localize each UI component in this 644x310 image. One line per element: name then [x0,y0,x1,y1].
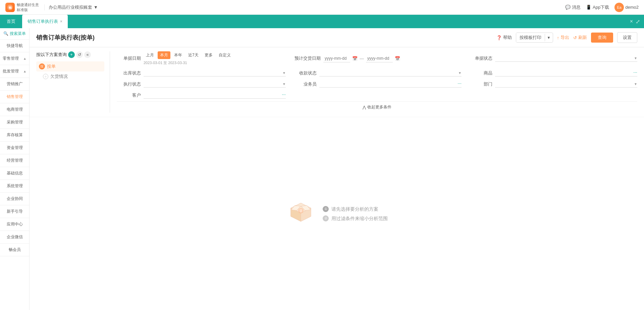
refresh-icon: ↺ [573,35,577,40]
sidebar-item-retail[interactable]: 零售管理 ▲ [0,52,29,65]
export-icon: ↑ [557,35,559,40]
sidebar-item-wholesale[interactable]: 批发管理 ▲ [0,65,29,78]
sidebar-item-basics[interactable]: 基础信息 [0,167,29,180]
maximize-icon[interactable]: ⤢ [636,18,640,25]
filter-icons: + ↺ « [68,51,91,58]
filter-row-salesperson: 业务员 ··· [292,81,462,88]
dept-select[interactable]: ▼ [495,81,637,88]
help-btn[interactable]: ❓ 帮助 [496,35,512,41]
date-btn-this-year[interactable]: 本年 [172,51,184,59]
receive-status-select[interactable]: ▼ [319,70,462,76]
sidebar-item-newuser[interactable]: 新手引导 [0,205,29,218]
salesperson-selector-btn[interactable]: ··· [458,81,462,86]
sidebar-item-purchase[interactable]: 采购管理 [0,116,29,129]
filter-row-date: 单据日期 上月 本月 本年 近7天 更多 自定义 2023-03-01 至 20… [117,51,286,65]
product-selector-btn[interactable]: ··· [633,69,637,75]
filter-row-expected-date: 预计交货日期 📅 — 📅 [292,51,462,65]
date-btn-this-month[interactable]: 本月 [158,51,170,59]
filter-right: 单据日期 上月 本月 本年 近7天 更多 自定义 2023-03-01 至 20… [110,51,637,113]
filter-row-out-status: 出库状态 ▼ [117,69,286,76]
out-status-dropdown-icon: ▼ [282,71,286,75]
out-status-label: 出库状态 [117,70,141,76]
logo-text: 畅捷通好生意 标准版 [17,2,39,12]
close-window-icon[interactable]: × [630,18,633,24]
sidebar-search[interactable]: 🔍 搜索菜单 [0,28,29,40]
expected-date-from[interactable] [323,55,350,62]
empty-state: ① 请先选择要分析的方案 ② 用过滤条件来缩小分析范围 [30,117,644,310]
export-btn[interactable]: ↑ 导出 [557,35,570,41]
collapse-filter-btn[interactable]: « [84,51,91,58]
download-icon: 📱 [586,5,591,10]
sidebar-item-ecommerce[interactable]: 电商管理 [0,103,29,116]
doc-status-label: 单据状态 [468,55,492,61]
receive-status-dropdown-icon: ▼ [458,71,462,75]
欠货-icon: ○ [43,74,48,79]
avatar: Ea [614,3,624,12]
expected-date-to[interactable] [366,55,393,62]
sidebar-item-sales[interactable]: 销售管理 [0,91,29,103]
settings-btn[interactable]: 设置 [617,32,637,43]
date-btn-7days[interactable]: 近7天 [186,51,201,59]
tab-home[interactable]: 首页 [0,15,22,28]
chevron-icon-2: ▲ [23,69,26,73]
tab-sales-exec[interactable]: 销售订单执行表 × [22,15,68,28]
tab-bar-right: × ⤢ [630,18,644,25]
add-filter-btn[interactable]: + [68,51,75,58]
sidebar-item-appcenter[interactable]: 应用中心 [0,218,29,231]
main-layout: 🔍 搜索菜单 快捷导航 零售管理 ▲ 批发管理 ▲ 营销推广 销售管理 电商管理… [0,28,644,310]
sidebar-item-system[interactable]: 系统管理 [0,180,29,193]
print-btn[interactable]: 按模板打印 [516,33,545,42]
filter-row-customer: 客户 ··· [117,92,286,99]
page-title-row: 销售订单执行表(按单) ❓ 帮助 按模板打印 ▼ ↑ 导出 [36,32,637,43]
status-dropdown-icon: ▼ [634,56,637,60]
collapse-filters-btn[interactable]: ⋀ 收起更多条件 [117,101,637,113]
cal-icon-to: 📅 [395,56,400,61]
sidebar-item-wechat[interactable]: 企业微信 [0,231,29,244]
header-right: 💬 消息 📱 App下载 Ea demo2 [565,3,639,12]
filter-area: 按以下方案查询 + ↺ « 按 按单 ○ 欠货情况 [30,47,644,117]
exec-status-select[interactable]: ▼ [144,81,286,88]
sidebar-item-member[interactable]: 畅会员 [0,244,29,256]
out-status-select[interactable]: ▼ [144,70,286,76]
svg-point-7 [298,208,304,213]
app-download-btn[interactable]: 📱 App下载 [586,4,609,10]
page-actions: ❓ 帮助 按模板打印 ▼ ↑ 导出 ↺ 刷新 查询 [496,32,637,43]
nav-title: 办公用品行业模拟账套 [49,4,92,10]
page-title: 销售订单执行表(按单) [36,34,95,42]
cal-icon-from: 📅 [352,56,358,61]
date-label: 单据日期 [117,55,141,61]
sidebar-item-finance[interactable]: 资金管理 [0,142,29,154]
empty-illustration [286,198,316,229]
message-btn[interactable]: 💬 消息 [565,4,581,10]
empty-step2: ② 用过滤条件来缩小分析范围 [323,214,388,223]
refresh-filter-btn[interactable]: ↺ [76,51,83,58]
collapse-icon: ⋀ [363,105,366,110]
message-icon: 💬 [565,5,571,10]
nav-dropdown[interactable]: 办公用品行业模拟账套 ▼ [44,4,98,10]
print-dropdown-btn[interactable]: ▼ [545,34,553,41]
date-btn-custom[interactable]: 自定义 [216,51,233,59]
filter-nav-按单[interactable]: 按 按单 [36,61,104,71]
query-btn[interactable]: 查询 [591,33,613,43]
sidebar-item-inventory[interactable]: 库存核算 [0,129,29,142]
date-btn-last-month[interactable]: 上月 [144,51,156,59]
svg-point-9 [301,210,302,211]
sidebar-item-quick-nav[interactable]: 快捷导航 [0,40,29,52]
chevron-icon: ▲ [23,57,26,60]
filter-nav-欠货情况[interactable]: ○ 欠货情况 [36,71,104,82]
sidebar-item-marketing[interactable]: 营销推广 [0,78,29,91]
sidebar-item-enterprise[interactable]: 企业协同 [0,193,29,205]
date-btn-more[interactable]: 更多 [202,51,215,59]
customer-selector-btn[interactable]: ··· [282,92,286,97]
user-area[interactable]: Ea demo2 [614,3,639,12]
header-left: 畅 畅捷通好生意 标准版 办公用品行业模拟账套 ▼ [5,2,98,12]
filter-row-receive-status: 收款状态 ▼ [292,69,462,76]
nav-arrow-icon: ▼ [94,5,98,10]
refresh-btn[interactable]: ↺ 刷新 [573,35,587,41]
expected-date-label: 预计交货日期 [292,55,321,61]
filter-row-product: 商品 ··· [468,69,637,76]
sidebar-item-operations[interactable]: 经营管理 [0,154,29,167]
doc-status-select[interactable]: ▼ [495,55,637,62]
product-label: 商品 [468,70,492,76]
tab-close-icon[interactable]: × [60,19,62,24]
